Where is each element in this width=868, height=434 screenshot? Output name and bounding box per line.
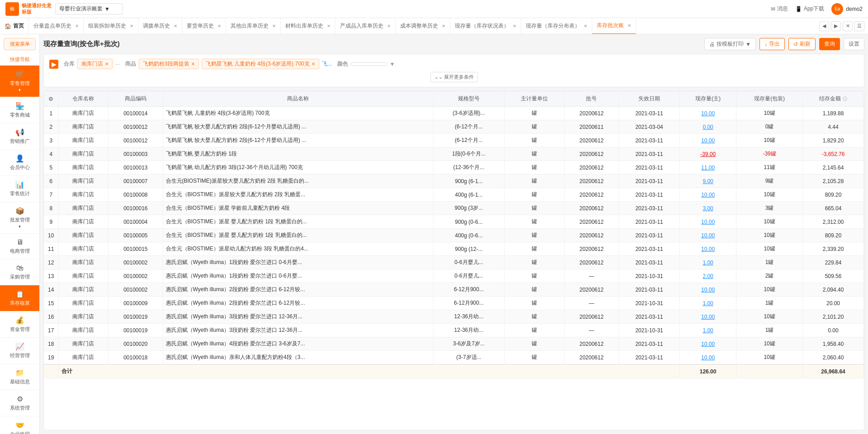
table-row: 2 南库门店 00100012 飞鹤星飞帆 较大婴儿配方奶粉 2段(6-12个月… [44,120,864,134]
tab-close-11[interactable]: ✕ [627,23,631,28]
settings-btn[interactable]: 设置 [844,38,864,50]
warehouse-tag-close[interactable]: ✕ [105,61,108,66]
sidebar-item-retail-store[interactable]: 🏪 零售商城 [0,97,39,123]
product-tag-1[interactable]: 飞鹤奶粉3段两提装 ✕ [139,59,199,69]
warehouse-tag[interactable]: 南库门店 ✕ [77,59,113,69]
quick-nav-btn[interactable]: 快捷导航 [0,54,39,66]
tab-close-6[interactable]: ✕ [327,24,330,28]
message-btn[interactable]: ✉ 消息 [771,5,788,13]
tab-close-2[interactable]: ✕ [130,24,133,28]
tab-5[interactable]: 其他出库单历史 ✕ [226,18,281,34]
sidebar-item-finance[interactable]: 💰 资金管理 [0,311,39,338]
tab-close-3[interactable]: ✕ [174,24,177,28]
sidebar-item-inventory[interactable]: 📋 库存核算 [0,285,39,311]
export-btn[interactable]: ↓ 导出 [760,38,785,50]
cell-spec: 400g (0-6... [433,229,505,242]
tab-close-5[interactable]: ✕ [272,24,276,28]
cell-qty-pkg: 11罐 [736,161,803,175]
company-selector[interactable]: 母婴行业演示账套 ▼ [55,3,123,14]
cell-qty-main[interactable]: -39.00 [680,147,736,161]
cell-qty-main[interactable]: 9.00 [680,175,736,188]
cell-batch: — [564,297,618,310]
cell-batch: 20200612 [564,188,618,202]
cell-qty-main[interactable]: 10.00 [680,215,736,229]
sidebar-item-operations[interactable]: 📈 经营管理 [0,338,39,364]
footer-empty [44,364,58,378]
sidebar-item-member[interactable]: 👤 会员中心 [0,150,39,176]
tab-close-7[interactable]: ✕ [387,24,391,28]
product-more[interactable]: 飞... [322,60,332,68]
cell-qty-main[interactable]: 10.00 [680,283,736,297]
col-settings[interactable]: ⚙ [44,91,58,107]
tab-close-10[interactable]: ✕ [584,24,587,28]
tab-1[interactable]: 分量盘点单历史 ✕ [29,18,84,34]
nav-menu-btn[interactable]: ☰ [854,21,864,31]
tab-11[interactable]: 库存批次账 ✕ [592,18,636,34]
tab-7[interactable]: 产成品入库单历史 ✕ [335,18,396,34]
tab-2[interactable]: 组装拆卸单历史 ✕ [84,18,138,34]
cell-qty-main[interactable]: 10.00 [680,242,736,256]
gear-icon[interactable]: ⚙ [48,96,53,102]
tab-9[interactable]: 现存量（库存状况表） ✕ [450,18,521,34]
product-tag2-close[interactable]: ✕ [311,61,315,66]
refresh-btn[interactable]: ↺ 刷新 [788,38,816,50]
sidebar-item-purchase[interactable]: 🛍 采购管理 [0,259,39,285]
tab-8[interactable]: 成本调整单历史 ✕ [396,18,450,34]
product-tag-2[interactable]: 飞鹤星飞帆 儿童奶粉 4段(3-6岁适用) 700克 ✕ [202,59,319,69]
sidebar-item-retail-stats[interactable]: 📊 零售统计 [0,176,39,202]
cell-batch: 20200612 [564,134,618,147]
cell-qty-main[interactable]: 10.00 [680,229,736,242]
tab-home[interactable]: 🏠 首页 [0,18,29,34]
print-template-btn[interactable]: 🖨 按模板打印 ▼ [704,38,756,50]
cell-qty-main[interactable]: 10.00 [680,310,736,324]
cell-spec: 1段(0-6个月... [433,147,505,161]
tab-close-4[interactable]: ✕ [217,24,221,28]
cell-qty-main[interactable]: 3.00 [680,202,736,215]
expand-conditions-btn[interactable]: ⌄⌄ 展开更多条件 [430,72,478,82]
cell-code: 00100003 [108,147,163,161]
search-menu-btn[interactable]: 搜索菜单 [4,38,36,50]
cell-warehouse: 南库门店 [58,256,108,269]
product-tag1-close[interactable]: ✕ [191,61,195,66]
cell-qty-main[interactable]: 2.00 [680,269,736,283]
cell-qty-main[interactable]: 10.00 [680,107,736,120]
tab-10[interactable]: 现存量（库存分布表） ✕ [521,18,592,34]
cell-qty-main[interactable]: 1.00 [680,297,736,310]
col-qty-pkg: 现存量(包装) [736,91,803,107]
sidebar-item-marketing[interactable]: 📢 营销推广 [0,123,39,150]
query-btn[interactable]: 查询 [819,38,840,50]
cell-qty-main[interactable]: 10.00 [680,337,736,351]
sidebar-item-system[interactable]: ⚙ 系统管理 [0,390,39,416]
table-row: 16 南库门店 00100019 惠氏启赋（Wyeth illuma）3段奶粉 … [44,310,864,324]
nav-next-btn[interactable]: ▶ [831,21,841,31]
cell-qty-main[interactable]: 10.00 [680,188,736,202]
sidebar-item-collab[interactable]: 🤝 企业协同 [0,416,39,434]
nav-close-btn[interactable]: ✕ [843,21,853,31]
cell-code: 00100005 [108,229,163,242]
cell-no: 8 [44,202,58,215]
color-input[interactable] [351,62,387,66]
tab-close-8[interactable]: ✕ [442,24,445,28]
tab-close-9[interactable]: ✕ [513,24,516,28]
expand-row-btn[interactable]: ▶ [49,60,58,69]
sidebar-item-wholesale[interactable]: 📦 批发管理 ▼ [0,202,39,234]
cell-qty-main[interactable]: 11.00 [680,161,736,175]
tab-close-1[interactable]: ✕ [75,24,79,28]
app-download-btn[interactable]: 📱 App下载 [795,5,824,13]
info-icon-3[interactable]: ⓘ [843,96,847,101]
cell-qty-main[interactable]: 0.00 [680,120,736,134]
warehouse-more[interactable]: ··· [115,61,120,67]
nav-prev-btn[interactable]: ◀ [819,21,829,31]
cell-qty-main[interactable]: 1.00 [680,256,736,269]
sidebar-item-basic-info[interactable]: 📁 基础信息 [0,364,39,390]
user-area[interactable]: Ea demo2 [831,3,863,15]
cell-qty-main[interactable]: 10.00 [680,134,736,147]
cell-qty-main[interactable]: 1.00 [680,324,736,337]
tab-3[interactable]: 调拨单历史 ✕ [138,18,182,34]
cell-qty-main[interactable]: 10.00 [680,351,736,365]
sidebar-item-retail-management[interactable]: 🛒 零售管理 ▼ [0,66,39,97]
cell-batch: — [564,269,618,283]
sidebar-item-ecommerce[interactable]: 🖥 电商管理 [0,234,39,259]
tab-6[interactable]: 材料出库单历史 ✕ [281,18,335,34]
tab-4[interactable]: 要货单历史 ✕ [182,18,226,34]
